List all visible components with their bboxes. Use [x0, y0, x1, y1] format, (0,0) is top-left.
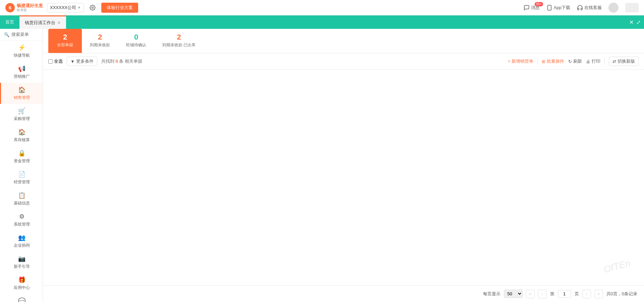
- sidebar-item-purchase[interactable]: 🛒 采购管理: [0, 104, 43, 125]
- sidebar-label-marketing: 营销推广: [14, 74, 30, 79]
- stat-overdue-out-label: 到期未收款 已出库: [162, 42, 196, 48]
- header-right: 消息 99+ App下载 在线客服: [524, 3, 639, 13]
- next-page-button[interactable]: ›: [582, 290, 591, 298]
- stats-tabs: 2 全部单据 2 到期未收款 0 旺铺待确认 2 到期未收款 已出库: [43, 29, 644, 53]
- inventory-icon: 🏠: [18, 128, 25, 136]
- select-all-checkbox[interactable]: 全选: [48, 58, 63, 64]
- batch-label: 批量操作: [547, 58, 564, 64]
- total-label: 共0页，0条记录: [606, 291, 637, 297]
- add-order-button[interactable]: + 新增销货单: [508, 58, 533, 64]
- batch-operation-button[interactable]: ⊞ 批量操作: [542, 58, 564, 64]
- sales-icon: 🏠: [18, 86, 25, 94]
- sidebar-item-system[interactable]: ⚙ 系统管理: [0, 209, 43, 231]
- refresh-button[interactable]: ↻ 刷新: [568, 58, 582, 64]
- top-header: 6 畅捷通好生意 标准版 XXXXXX公司 ▼ 体验行业方案 消息 99+: [0, 0, 644, 15]
- found-count: 0: [116, 59, 118, 64]
- stat-overdue-count: 2: [98, 33, 102, 42]
- sidebar-item-wechat[interactable]: 💬 企业微信: [0, 294, 43, 302]
- logo-icon: 6: [5, 3, 15, 12]
- user-avatar[interactable]: [608, 3, 619, 13]
- filter-label: 更多条件: [76, 58, 94, 64]
- svg-point-0: [92, 7, 94, 8]
- page-suffix: 页: [575, 291, 579, 297]
- tab-workbench-label: 钱货日清工作台: [25, 20, 55, 26]
- print-icon: 🖨: [586, 59, 590, 64]
- purchase-icon: 🛒: [18, 107, 25, 115]
- search-icon: 🔍: [4, 32, 9, 37]
- sidebar-label-operations: 经营管理: [14, 179, 30, 185]
- page-input[interactable]: [558, 290, 571, 298]
- select-all-input[interactable]: [48, 59, 53, 64]
- sidebar-item-basic-info[interactable]: 📋 基础信息: [0, 188, 43, 209]
- sidebar-item-quick-nav[interactable]: ⚡ 快捷导航: [0, 41, 43, 62]
- pagination-bar: 每页显示 50 10 20 100 « ‹ 第 页 › » 共0页，0条记录: [43, 285, 644, 302]
- filter-button[interactable]: ▼ 更多条件: [67, 57, 97, 66]
- page-size-select[interactable]: 50 10 20 100: [504, 290, 523, 298]
- message-badge: 99+: [535, 2, 543, 6]
- operations-icon: 📄: [18, 171, 25, 178]
- stat-overdue-out-count: 2: [177, 33, 181, 42]
- sidebar-item-sales[interactable]: 🏠 销售管理: [0, 83, 43, 104]
- page-size-label: 每页显示: [483, 291, 500, 297]
- stat-pending-label: 旺铺待确认: [126, 42, 146, 48]
- switch-version-button[interactable]: ⇄ 切换新版: [609, 57, 639, 66]
- first-page-button[interactable]: «: [526, 290, 535, 298]
- sidebar-label-basic-info: 基础信息: [14, 200, 30, 206]
- tab-minimize-icon[interactable]: ✕: [629, 19, 634, 25]
- found-suffix: 相关单据: [125, 59, 142, 64]
- online-service-label: 在线客服: [584, 5, 602, 11]
- user-name[interactable]: [625, 3, 639, 12]
- sidebar-item-guide[interactable]: 📷 新手引导: [0, 252, 43, 273]
- batch-icon: ⊞: [542, 59, 545, 64]
- message-button[interactable]: 消息 99+: [524, 5, 540, 11]
- search-menu-label: 搜索菜单: [11, 32, 29, 38]
- print-button[interactable]: 🖨 打印: [586, 58, 600, 64]
- filter-icon: ▼: [70, 59, 75, 64]
- sidebar-label-quick-nav: 快捷导航: [14, 53, 30, 58]
- stat-tab-all[interactable]: 2 全部单据: [48, 29, 82, 53]
- sidebar-search-area[interactable]: 🔍 搜索菜单: [0, 29, 43, 41]
- sidebar-item-marketing[interactable]: 📢 营销推广: [0, 62, 43, 83]
- toolbar-divider-2: [604, 58, 605, 65]
- company-selector[interactable]: XXXXXX公司 ▼: [47, 3, 84, 12]
- stat-tab-pending[interactable]: 0 旺铺待确认: [118, 29, 154, 53]
- sidebar-item-enterprise[interactable]: 👥 企业协同: [0, 231, 43, 252]
- nav-tabs-bar: 首页 钱货日清工作台 ✕ ✕ ⤢: [0, 15, 644, 29]
- tab-close-icon[interactable]: ✕: [57, 20, 61, 25]
- tab-home[interactable]: 首页: [0, 15, 19, 29]
- stat-tab-overdue-out[interactable]: 2 到期未收款 已出库: [154, 29, 204, 53]
- last-page-button[interactable]: »: [594, 290, 603, 298]
- tab-home-label: 首页: [5, 19, 14, 25]
- finance-icon: 🔒: [18, 149, 25, 157]
- main-layout: 🔍 搜索菜单 ⚡ 快捷导航 📢 营销推广 🏠 销售管理 🛒 采购管理 🏠 库存核…: [0, 29, 644, 302]
- sidebar-item-finance[interactable]: 🔒 资金管理: [0, 146, 43, 167]
- app-title: 畅捷通好生意: [17, 3, 43, 8]
- marketing-icon: 📢: [18, 65, 25, 72]
- online-service-button[interactable]: 在线客服: [577, 5, 602, 11]
- wechat-icon: 💬: [18, 297, 25, 302]
- stat-all-count: 2: [63, 33, 67, 42]
- sidebar-label-app-center: 应用中心: [14, 285, 30, 291]
- trial-button[interactable]: 体验行业方案: [101, 3, 138, 13]
- header-left: 6 畅捷通好生意 标准版 XXXXXX公司 ▼ 体验行业方案: [5, 3, 138, 13]
- sidebar-label-guide: 新手引导: [14, 264, 30, 269]
- prev-page-button[interactable]: ‹: [538, 290, 547, 298]
- system-icon: ⚙: [19, 213, 24, 220]
- logo-area: 6 畅捷通好生意 标准版: [5, 3, 43, 12]
- sidebar-item-operations[interactable]: 📄 经营管理: [0, 167, 43, 188]
- sidebar: 🔍 搜索菜单 ⚡ 快捷导航 📢 营销推广 🏠 销售管理 🛒 采购管理 🏠 库存核…: [0, 29, 43, 302]
- sidebar-item-inventory[interactable]: 🏠 库存核算: [0, 125, 43, 146]
- page-label: 第: [550, 291, 554, 297]
- select-all-label: 全选: [54, 58, 63, 64]
- sidebar-label-system: 系统管理: [14, 222, 30, 227]
- tab-workbench[interactable]: 钱货日清工作台 ✕: [19, 15, 66, 29]
- app-download-label: App下载: [554, 5, 570, 11]
- tab-expand-icon[interactable]: ⤢: [636, 19, 641, 25]
- settings-button[interactable]: [88, 3, 97, 12]
- quick-nav-icon: ⚡: [18, 44, 25, 51]
- stat-tab-overdue[interactable]: 2 到期未收款: [82, 29, 118, 53]
- sidebar-label-finance: 资金管理: [14, 158, 30, 164]
- sidebar-item-app-center[interactable]: 🎁 应用中心: [0, 273, 43, 294]
- app-download-button[interactable]: App下载: [546, 5, 570, 11]
- print-label: 打印: [592, 58, 600, 64]
